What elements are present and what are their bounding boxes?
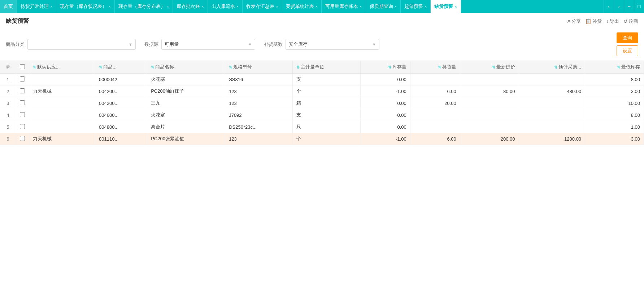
- nav-tab-5[interactable]: 出入库流水 ×: [208, 0, 243, 13]
- cell-spec: 123: [225, 97, 293, 109]
- row-checkbox[interactable]: [20, 136, 25, 141]
- col-latest-price[interactable]: ⇅ 最新进价: [460, 61, 519, 74]
- select-all-checkbox[interactable]: [20, 64, 25, 69]
- refresh-button[interactable]: ↺ 刷新: [623, 18, 638, 25]
- share-button[interactable]: ↗ 分享: [566, 18, 581, 25]
- select-all-column-header[interactable]: [16, 61, 29, 74]
- cell-product_code: 004200...: [95, 97, 147, 109]
- nav-tab-3[interactable]: 现存量（库存分布表） ×: [115, 0, 173, 13]
- export-icon: ↓: [606, 18, 609, 24]
- close-tab-11[interactable]: ×: [454, 4, 457, 9]
- sort-icon: ⇅: [388, 65, 391, 70]
- cell-stock: 0.00: [360, 74, 410, 85]
- row-checkbox-cell[interactable]: [16, 133, 29, 145]
- nav-minimize-button[interactable]: −: [624, 0, 634, 13]
- category-select[interactable]: ▼: [27, 39, 136, 50]
- close-tab-4[interactable]: ×: [201, 4, 204, 9]
- nav-tab-9[interactable]: 保质期查询 ×: [366, 0, 401, 13]
- col-product-code[interactable]: ⇅ 商品...: [95, 61, 147, 74]
- refresh-icon: ↺: [623, 18, 628, 24]
- share-icon: ↗: [566, 18, 570, 24]
- replenish-button[interactable]: 📋 补货: [585, 18, 602, 25]
- cell-spec: SS816: [225, 74, 293, 85]
- cell-product_code: 0000042: [95, 74, 147, 85]
- datasource-value: 可用量: [165, 41, 179, 48]
- close-tab-5[interactable]: ×: [236, 4, 239, 9]
- table-header-row: ⇅ 默认供应... ⇅ 商品... ⇅ 商品名称: [0, 61, 644, 74]
- table-row: 5004800...离合片DS250*23c...只0.001.00: [0, 121, 644, 133]
- col-default-supplier[interactable]: ⇅ 默认供应...: [29, 61, 95, 74]
- row-checkbox-cell[interactable]: [16, 97, 29, 109]
- cell-product_name: 火花塞: [147, 109, 225, 121]
- datasource-chevron-icon: ▼: [248, 42, 252, 47]
- query-button[interactable]: 查询: [617, 32, 638, 43]
- close-tab-9[interactable]: ×: [395, 4, 397, 9]
- col-spec[interactable]: ⇅ 规格型号: [225, 61, 293, 74]
- cell-unit: 支: [293, 109, 361, 121]
- nav-prev-button[interactable]: ‹: [604, 0, 614, 13]
- replenish-basis-select[interactable]: 安全库存 ▼: [286, 39, 379, 50]
- cell-spec: DS250*23c...: [225, 121, 293, 133]
- col-estimated-purchase[interactable]: ⇅ 预计采购...: [519, 61, 585, 74]
- row-index: 1: [0, 74, 16, 85]
- cell-default_supplier: [29, 97, 95, 109]
- nav-tab-10[interactable]: 超储预警 ×: [401, 0, 431, 13]
- table-row: 6力天机械801110...PC200张紧油缸123个-1.006.00200.…: [0, 133, 644, 145]
- nav-tab-1[interactable]: 拣货异常处理 ×: [17, 0, 56, 13]
- cell-default_supplier: [29, 121, 95, 133]
- row-checkbox-cell[interactable]: [16, 109, 29, 121]
- close-tab-10[interactable]: ×: [425, 4, 427, 9]
- nav-maximize-button[interactable]: □: [634, 0, 644, 13]
- col-product-name[interactable]: ⇅ 商品名称: [147, 61, 225, 74]
- cell-latest_price: [460, 109, 519, 121]
- row-checkbox[interactable]: [20, 76, 25, 81]
- cell-unit: 支: [293, 74, 361, 85]
- row-checkbox[interactable]: [20, 112, 25, 117]
- nav-tab-11[interactable]: 缺货预警 ×: [431, 0, 461, 13]
- col-replenish[interactable]: ⇅ 补货量: [410, 61, 460, 74]
- gear-column-header[interactable]: [0, 61, 16, 74]
- cell-estimated_purchase: [519, 97, 585, 109]
- top-nav: 首页 拣货异常处理 × 现存量（库存状况表） × 现存量（库存分布表） × 库存…: [0, 0, 644, 13]
- nav-tab-7[interactable]: 要货单统计表 ×: [282, 0, 322, 13]
- replenish-basis-label: 补货基数: [264, 41, 283, 48]
- close-tab-7[interactable]: ×: [316, 4, 318, 9]
- row-checkbox-cell[interactable]: [16, 85, 29, 97]
- nav-tab-home[interactable]: 首页: [0, 0, 17, 13]
- close-tab-1[interactable]: ×: [50, 4, 52, 9]
- close-tab-3[interactable]: ×: [167, 4, 169, 9]
- sort-icon: ⇅: [99, 65, 102, 70]
- cell-min_stock: 8.00: [585, 74, 644, 85]
- filter-actions: 查询 设置: [617, 32, 638, 56]
- col-stock[interactable]: ⇅ 库存量: [360, 61, 410, 74]
- sort-icon: ⇅: [33, 65, 36, 70]
- row-checkbox[interactable]: [20, 124, 25, 129]
- close-tab-6[interactable]: ×: [276, 4, 278, 9]
- close-tab-8[interactable]: ×: [360, 4, 362, 9]
- sort-icon: ⇅: [617, 65, 620, 70]
- nav-next-button[interactable]: ›: [614, 0, 624, 13]
- row-checkbox-cell[interactable]: [16, 121, 29, 133]
- close-tab-2[interactable]: ×: [108, 4, 110, 9]
- cell-replenish: [410, 109, 460, 121]
- col-unit[interactable]: ⇅ 主计量单位: [293, 61, 361, 74]
- nav-tab-2[interactable]: 现存量（库存状况表） ×: [56, 0, 114, 13]
- cell-default_supplier: 力天机械: [29, 133, 95, 145]
- row-checkbox[interactable]: [20, 88, 25, 93]
- sort-icon: ⇅: [438, 65, 441, 70]
- row-checkbox-cell[interactable]: [16, 74, 29, 85]
- page-header: 缺货预警 ↗ 分享 📋 补货 ↓ 导出 ↺ 刷新: [0, 13, 644, 28]
- sort-icon: ⇅: [296, 65, 300, 70]
- settings-button[interactable]: 设置: [617, 45, 638, 56]
- sort-icon: ⇅: [151, 65, 154, 70]
- nav-tab-6[interactable]: 收发存汇总表 ×: [243, 0, 282, 13]
- col-min-stock[interactable]: ⇅ 最低库存: [585, 61, 644, 74]
- export-button[interactable]: ↓ 导出: [606, 18, 619, 25]
- datasource-select[interactable]: 可用量 ▼: [161, 39, 255, 50]
- cell-unit: 只: [293, 121, 361, 133]
- cell-spec: 123: [225, 133, 293, 145]
- nav-tab-4[interactable]: 库存批次账 ×: [173, 0, 208, 13]
- row-checkbox[interactable]: [20, 100, 25, 105]
- settings-icon[interactable]: [5, 64, 11, 70]
- nav-tab-8[interactable]: 可用量库存账本 ×: [322, 0, 366, 13]
